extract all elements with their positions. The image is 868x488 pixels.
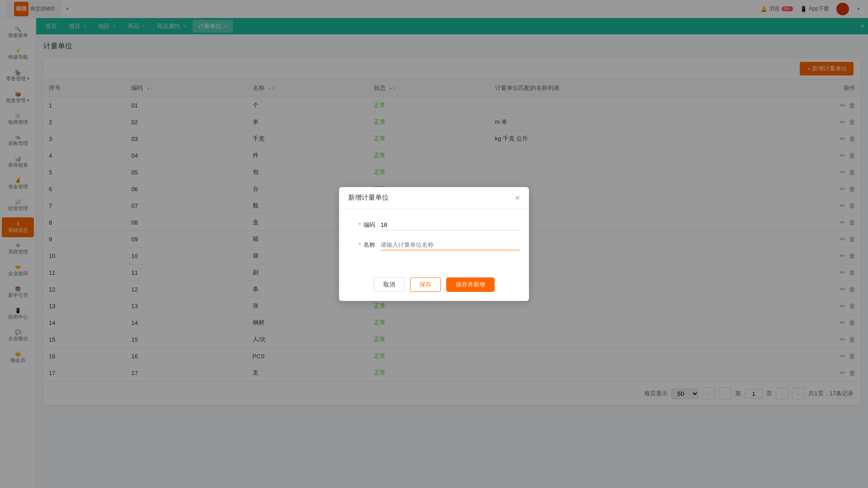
modal-header: 新增计量单位 × — [339, 187, 529, 209]
modal-close-button[interactable]: × — [515, 194, 520, 202]
modal-overlay[interactable]: 新增计量单位 × * 编码 * 名称 取消 保存 保存并新增 — [0, 0, 868, 488]
cancel-button[interactable]: 取消 — [374, 277, 405, 292]
save-and-new-button[interactable]: 保存并新增 — [446, 277, 495, 292]
required-star-code: * — [359, 221, 361, 228]
modal-title: 新增计量单位 — [348, 193, 389, 202]
name-input[interactable] — [381, 239, 520, 250]
code-input[interactable] — [381, 220, 520, 230]
form-row-name: * 名称 — [348, 239, 520, 250]
required-star-name: * — [359, 241, 361, 248]
add-unit-modal: 新增计量单位 × * 编码 * 名称 取消 保存 保存并新增 — [339, 187, 529, 301]
code-label: * 编码 — [348, 221, 375, 229]
modal-body: * 编码 * 名称 — [339, 209, 529, 270]
form-row-code: * 编码 — [348, 220, 520, 230]
name-label: * 名称 — [348, 241, 375, 249]
save-button[interactable]: 保存 — [410, 277, 441, 292]
modal-footer: 取消 保存 保存并新增 — [339, 270, 529, 301]
